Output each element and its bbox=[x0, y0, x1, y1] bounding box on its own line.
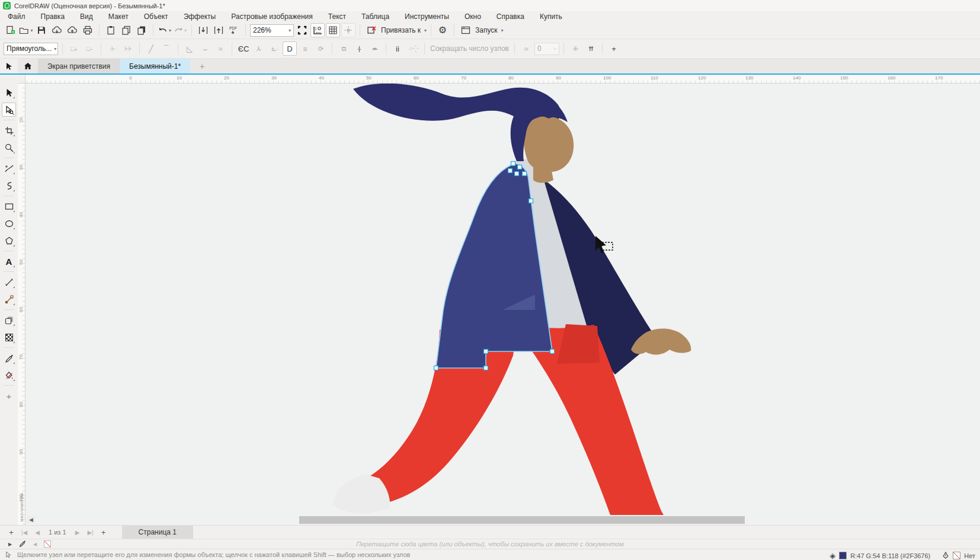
elastic-mode-button[interactable]: ⁘⁛ bbox=[406, 41, 420, 56]
save-button[interactable] bbox=[34, 23, 49, 37]
paste-button[interactable] bbox=[104, 23, 118, 37]
open-button[interactable]: ▾ bbox=[19, 23, 33, 37]
palette-flyout-icon[interactable]: ▶ bbox=[5, 539, 15, 549]
tab-welcome-screen[interactable]: Экран приветствия bbox=[38, 59, 120, 73]
print-button[interactable] bbox=[81, 23, 95, 37]
new-document-tab-button[interactable]: + bbox=[190, 59, 214, 73]
undo-button[interactable]: ▾ bbox=[158, 23, 172, 37]
text-tool[interactable]: A bbox=[2, 254, 16, 268]
shape-preset-combo[interactable]: Прямоуголь... ▾ bbox=[4, 43, 58, 55]
add-tool-button[interactable]: + bbox=[2, 389, 16, 403]
convert-to-line-button[interactable]: ╱ bbox=[144, 41, 158, 56]
launcher-icon[interactable] bbox=[459, 23, 473, 37]
align-nodes-h-button[interactable]: ∙|∙ bbox=[352, 41, 366, 56]
zoom-tool[interactable] bbox=[2, 140, 16, 155]
duplicate-button[interactable] bbox=[134, 23, 149, 37]
vertical-ruler[interactable]: миллиметры 2030405060708090100 bbox=[18, 84, 25, 525]
menu-help[interactable]: Справка bbox=[489, 12, 532, 21]
open-from-cloud-button[interactable] bbox=[50, 23, 64, 37]
tab-document[interactable]: Безымянный-1* bbox=[120, 59, 190, 73]
smoothing-spinner[interactable]: 0 ÷ bbox=[534, 43, 559, 55]
horizontal-ruler[interactable]: 0102030405060708090100110120130140150160… bbox=[18, 75, 980, 84]
menu-window[interactable]: Окно bbox=[457, 12, 489, 21]
publish-pdf-button[interactable]: PDF bbox=[227, 23, 241, 37]
redo-button[interactable]: ▾ bbox=[173, 23, 187, 37]
connector-tool[interactable] bbox=[2, 292, 16, 306]
interactive-fill-tool[interactable] bbox=[2, 368, 16, 382]
extend-curve-button[interactable]: ⅄∙ bbox=[252, 41, 266, 56]
menu-edit[interactable]: Правка bbox=[33, 12, 73, 21]
convert-to-curve-button[interactable]: ⌒ bbox=[159, 41, 174, 56]
eyedropper-tool[interactable] bbox=[2, 351, 16, 365]
ruler-origin-corner[interactable] bbox=[18, 75, 25, 84]
redo-dropdown-icon[interactable]: ▾ bbox=[184, 28, 187, 33]
show-rulers-button[interactable] bbox=[310, 23, 325, 37]
delete-node-button[interactable]: □₋ bbox=[82, 41, 97, 56]
add-page-before-button[interactable]: + bbox=[6, 527, 17, 537]
full-screen-preview-button[interactable] bbox=[295, 23, 309, 37]
stretch-nodes-button[interactable]: ⧈ bbox=[298, 41, 312, 56]
snap-off-button[interactable] bbox=[364, 23, 379, 37]
curve-smoothness-button[interactable]: ⁜ bbox=[568, 41, 582, 56]
rectangle-tool[interactable] bbox=[2, 199, 16, 213]
first-page-button[interactable]: |◀ bbox=[19, 527, 30, 537]
last-page-button[interactable]: ▶| bbox=[85, 527, 96, 537]
menu-file[interactable]: Файл bbox=[0, 12, 33, 21]
export-button[interactable] bbox=[212, 23, 226, 37]
drawing-canvas[interactable] bbox=[25, 84, 980, 525]
align-nodes-button[interactable]: ⧉ bbox=[337, 41, 351, 56]
zoom-dropdown-icon[interactable]: ▾ bbox=[289, 28, 291, 33]
launch-dropdown-icon[interactable]: ▾ bbox=[501, 28, 504, 33]
palette-eyedropper-icon[interactable] bbox=[19, 539, 26, 549]
add-toolbar-item-button[interactable]: + bbox=[607, 41, 621, 56]
menu-layout[interactable]: Макет bbox=[101, 12, 136, 21]
freehand-tool[interactable] bbox=[2, 161, 16, 175]
shape-tool[interactable] bbox=[2, 103, 16, 117]
artistic-media-tool[interactable] bbox=[2, 178, 16, 193]
import-button[interactable] bbox=[196, 23, 210, 37]
palette-scroll-left-icon[interactable]: ◀ bbox=[30, 539, 40, 549]
fill-color-swatch[interactable] bbox=[839, 552, 847, 559]
transparency-tool[interactable] bbox=[2, 330, 16, 344]
home-tab[interactable] bbox=[18, 59, 38, 73]
add-page-after-button[interactable]: + bbox=[98, 527, 109, 537]
cusp-node-button[interactable]: ◺ bbox=[182, 41, 197, 56]
menu-table[interactable]: Таблица bbox=[354, 12, 397, 21]
ellipse-tool[interactable] bbox=[2, 216, 16, 231]
snap-to-label[interactable]: Привязать к bbox=[380, 26, 422, 34]
snap-to-dropdown-icon[interactable]: ▾ bbox=[424, 28, 427, 33]
menu-text[interactable]: Текст bbox=[321, 12, 354, 21]
pick-tool[interactable] bbox=[2, 85, 16, 100]
canvas-scroll-left-arrow[interactable]: ◀ bbox=[27, 516, 35, 523]
menu-tools[interactable]: Инструменты bbox=[397, 12, 457, 21]
join-nodes-button[interactable]: ∙⊦∙ bbox=[105, 41, 120, 56]
menu-object[interactable]: Объект bbox=[136, 12, 176, 21]
dimension-tool[interactable] bbox=[2, 275, 16, 289]
next-page-button[interactable]: ▶ bbox=[72, 527, 83, 537]
reverse-direction-button[interactable]: ЄC bbox=[236, 41, 251, 56]
polygon-tool[interactable] bbox=[2, 233, 16, 248]
launch-label[interactable]: Запуск bbox=[474, 26, 499, 34]
previous-page-button[interactable]: ◀ bbox=[32, 527, 43, 537]
open-dropdown-icon[interactable]: ▾ bbox=[30, 28, 33, 33]
options-gear-button[interactable]: ⚙ bbox=[435, 23, 450, 37]
symmetrical-node-button[interactable]: ≈ bbox=[213, 41, 228, 56]
rotate-nodes-button[interactable]: ⟳ bbox=[313, 41, 328, 56]
page-tab[interactable]: Страница 1 bbox=[122, 526, 193, 539]
undo-dropdown-icon[interactable]: ▾ bbox=[169, 28, 171, 33]
menu-view[interactable]: Вид bbox=[72, 12, 101, 21]
new-document-button[interactable] bbox=[4, 23, 18, 37]
preset-dropdown-icon[interactable]: ▾ bbox=[54, 46, 56, 52]
menu-effects[interactable]: Эффекты bbox=[176, 12, 224, 21]
show-grid-button[interactable] bbox=[326, 23, 340, 37]
outline-none-swatch[interactable] bbox=[953, 552, 960, 559]
zoom-level-combo[interactable]: 226% ▾ bbox=[250, 24, 294, 37]
smooth-node-button[interactable]: ⌣ bbox=[198, 41, 212, 56]
break-nodes-button[interactable]: ⊦∙⊦ bbox=[121, 41, 135, 56]
extract-subpath-button[interactable]: ⊾∙ bbox=[267, 41, 281, 56]
copy-button[interactable] bbox=[119, 23, 133, 37]
drop-shadow-tool[interactable] bbox=[2, 313, 16, 327]
distribute-nodes-button[interactable]: ∙÷∙ bbox=[367, 41, 382, 56]
select-all-nodes-button[interactable]: ϯϯ bbox=[584, 41, 598, 56]
menu-buy[interactable]: Купить bbox=[532, 12, 570, 21]
